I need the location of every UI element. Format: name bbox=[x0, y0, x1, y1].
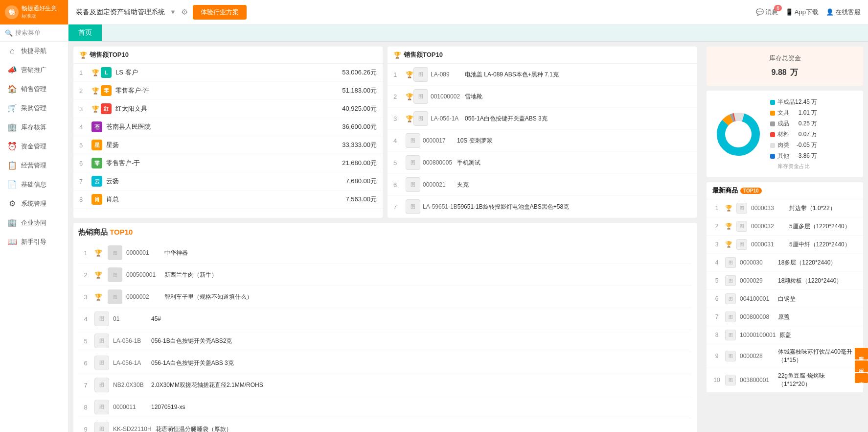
product-name: 056-1A白色按键开关盖ABS 3克 bbox=[465, 115, 691, 123]
customer-badge: 星 bbox=[91, 140, 102, 150]
nav-label-system: 系统管理 bbox=[21, 199, 46, 208]
product-image: 图 bbox=[406, 133, 420, 148]
customer-hotline-button[interactable]: 客服热线 bbox=[855, 348, 868, 360]
legend-dot bbox=[770, 111, 775, 116]
product-name: 5厘多层（1220*2440） bbox=[789, 222, 857, 231]
rank-number: 5 bbox=[81, 337, 91, 345]
table-row: 2 🏆 零 零售客户-许 51,183.00元 bbox=[73, 82, 383, 100]
middle-section: 🏆 销售额TOP10 1 🏆 L LS 客户 53,006.26元 2 🏆 零 … bbox=[69, 42, 702, 432]
customer-amount: 33,333.00元 bbox=[342, 141, 377, 149]
rank-number: 6 bbox=[712, 295, 721, 302]
rank-number: 6 bbox=[81, 360, 91, 367]
rank-number: 3 bbox=[79, 105, 91, 113]
settings-icon[interactable]: ⚙ bbox=[181, 7, 188, 17]
newest-badge: TOP10 bbox=[740, 188, 762, 194]
app-download-button[interactable]: 📱 App下载 bbox=[785, 8, 819, 17]
sidebar-item-inventory[interactable]: 🏢库存核算 bbox=[0, 118, 68, 137]
customer-name: 零售客户-许 bbox=[115, 86, 342, 95]
trophy-icon: 🏆 bbox=[406, 93, 413, 100]
customer-name: 云扬 bbox=[106, 177, 345, 186]
nav-icon-system: ⚙ bbox=[7, 199, 17, 208]
notifications-count: 6 bbox=[774, 5, 782, 11]
nav-label-basic-info: 基础信息 bbox=[21, 180, 46, 189]
nav-icon-finance: ⏰ bbox=[7, 142, 17, 151]
product-code: 0000017 bbox=[423, 137, 457, 144]
product-code: 01 bbox=[113, 315, 147, 322]
sidebar-item-basic-info[interactable]: 📄基础信息 bbox=[0, 175, 68, 194]
sidebar-item-purchase[interactable]: 🛒采购管理 bbox=[0, 98, 68, 118]
rank-number: 4 bbox=[81, 315, 91, 323]
notifications-button[interactable]: 💬 消息 6 bbox=[756, 8, 778, 17]
fire-icon: 🏆 bbox=[393, 51, 401, 59]
list-item: 7 图 000800008 原盖 bbox=[707, 308, 863, 326]
list-item: 8 图 0000011 12070519-xs bbox=[78, 396, 692, 418]
customer-sales-header: 🏆 销售额TOP10 bbox=[73, 47, 383, 64]
nav-icon-cooperation: 🏢 bbox=[7, 218, 17, 227]
inventory-value: 9.88 万 bbox=[714, 63, 856, 78]
newest-title: 最新商品 bbox=[712, 186, 738, 195]
rank-number: 6 bbox=[393, 181, 406, 189]
product-image: 图 bbox=[94, 422, 109, 432]
product-image: 图 bbox=[725, 312, 736, 322]
sidebar-item-finance[interactable]: ⏰资金管理 bbox=[0, 137, 68, 156]
sidebar-item-guide[interactable]: 📖新手引导 bbox=[0, 232, 68, 251]
customer-badge: L bbox=[101, 67, 112, 78]
product-image: 图 bbox=[725, 351, 736, 361]
service-community-button[interactable]: 服务社区 bbox=[855, 360, 868, 372]
nav-label-purchase: 采购管理 bbox=[21, 104, 46, 113]
content-area: 🏆 销售额TOP10 1 🏆 L LS 客户 53,006.26元 2 🏆 零 … bbox=[69, 42, 868, 432]
product-name: 体城嘉枝味苏打饮品400毫升（1*15） bbox=[778, 348, 857, 364]
rank-number: 7 bbox=[712, 313, 721, 320]
chart-legend: 半成品 12.45 万 文具 1.01 万 成品 0.25 万 材料 0.07 … bbox=[770, 98, 817, 160]
logo-icon: 畅 bbox=[5, 5, 19, 19]
sidebar-item-sales[interactable]: 🏠销售管理 bbox=[0, 79, 68, 98]
product-image: 图 bbox=[108, 289, 122, 304]
product-code: KK-SD22110H bbox=[113, 426, 152, 432]
hot-products-badge: TOP10 bbox=[110, 228, 133, 236]
customer-amount: 53,006.26元 bbox=[342, 68, 377, 77]
sidebar-item-operations[interactable]: 📋经营管理 bbox=[0, 156, 68, 175]
customer-badge: 肖 bbox=[91, 194, 102, 205]
sidebar-search[interactable]: 🔍 搜索菜单 bbox=[0, 24, 68, 42]
list-item: 4 图 0000030 18多层（1220*2440） bbox=[707, 254, 863, 272]
bell-icon: 💬 bbox=[756, 8, 764, 16]
inventory-total-panel: 库存总资金 9.88 万 bbox=[707, 47, 863, 86]
rank-number: 4 bbox=[79, 123, 91, 131]
rank-number: 2 bbox=[712, 223, 721, 230]
legend-item: 半成品 12.45 万 bbox=[770, 98, 817, 106]
sidebar-item-system[interactable]: ⚙系统管理 bbox=[0, 194, 68, 213]
product-name: 花语萌恒温分腿睡袋（厚款） bbox=[156, 425, 689, 432]
legend-dot bbox=[770, 132, 775, 137]
nav-label-quick-nav: 快捷导航 bbox=[21, 47, 46, 55]
product-code: 10000100001 bbox=[740, 332, 776, 338]
sidebar-nav: ⌂快捷导航📣营销推广🏠销售管理🛒采购管理🏢库存核算⏰资金管理📋经营管理📄基础信息… bbox=[0, 42, 68, 432]
sidebar-item-quick-nav[interactable]: ⌂快捷导航 bbox=[0, 42, 68, 60]
online-service-button[interactable]: 👤 在线客服 bbox=[826, 8, 861, 17]
live-button[interactable]: 直播 bbox=[855, 373, 868, 383]
rank-number: 4 bbox=[393, 137, 406, 144]
sidebar-item-cooperation[interactable]: 🏢企业协同 bbox=[0, 213, 68, 232]
product-name: 10S 变刺罗浆 bbox=[457, 137, 691, 145]
product-image: 图 bbox=[736, 221, 747, 232]
product-name: 封边带（1.0*22） bbox=[789, 204, 857, 213]
experience-button[interactable]: 体验行业方案 bbox=[193, 5, 247, 20]
product-code: LA-089 bbox=[431, 71, 465, 78]
rank-number: 1 bbox=[79, 69, 91, 76]
legend-dot bbox=[770, 154, 775, 159]
product-name: 18多层（1220*2440） bbox=[778, 259, 857, 267]
rank-number: 10 bbox=[712, 377, 721, 384]
hot-products-list: 1 🏆 图 0000001 中华神器 2 🏆 图 000500001 新西兰牛肉… bbox=[78, 242, 692, 432]
list-item: 10 图 003800001 22g鱼豆腐-烧烤味（1*12*20） bbox=[707, 368, 863, 392]
trophy-icon: 🏆 bbox=[79, 51, 87, 59]
trophy-icon: 🏆 bbox=[91, 87, 99, 95]
table-row: 7 云 云扬 7,680.00元 bbox=[73, 172, 383, 191]
topbar-right: 💬 消息 6 📱 App下载 👤 在线客服 bbox=[756, 8, 861, 17]
customer-amount: 7,680.00元 bbox=[345, 177, 377, 186]
product-code: LA-056-1B bbox=[113, 337, 147, 344]
product-image: 图 bbox=[736, 239, 747, 250]
tab-home[interactable]: 首页 bbox=[69, 24, 102, 41]
customer-badge: 零 bbox=[91, 158, 102, 168]
sidebar-item-marketing[interactable]: 📣营销推广 bbox=[0, 60, 68, 79]
dropdown-icon[interactable]: ▼ bbox=[170, 8, 176, 16]
customer-name: 星扬 bbox=[106, 141, 342, 149]
